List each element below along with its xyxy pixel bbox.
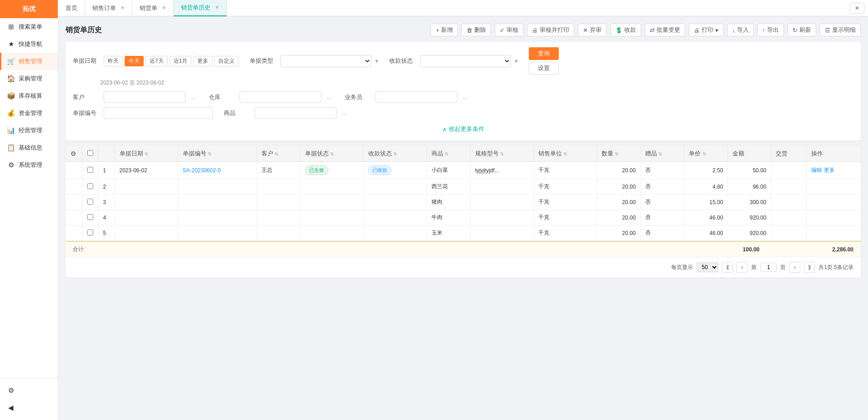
customer-column-header[interactable]: 客户 ⇅ <box>256 146 300 162</box>
add-label: 新增 <box>441 26 453 34</box>
filter-setting-button[interactable]: 设置 <box>529 62 559 75</box>
print-button[interactable]: 🖨打印 ▾ <box>689 24 723 36</box>
row-checkbox-0[interactable] <box>87 167 93 173</box>
warehouse-input[interactable] <box>240 91 321 103</box>
edit-action[interactable]: 编辑 <box>811 166 822 174</box>
goods-cell: 玉米 <box>426 225 470 241</box>
settings-cell <box>65 162 82 179</box>
collect-button[interactable]: 💲收款 <box>610 24 641 36</box>
tab-sales-goods[interactable]: 销货单✕ <box>132 0 174 16</box>
date-btn-custom[interactable]: 自定义 <box>214 56 239 66</box>
search-button[interactable]: 查询 <box>529 47 559 60</box>
doc-no-cell[interactable] <box>178 225 256 241</box>
sidebar-item-sales-mgmt[interactable]: 🛒销售管理 <box>0 53 58 70</box>
customer-input[interactable] <box>104 91 186 103</box>
salesperson-ellipsis[interactable]: ... <box>461 94 470 100</box>
doc-no-cell[interactable]: SA-20230602-0 <box>178 162 256 179</box>
gift-column-header[interactable]: 赠品 ⇅ <box>641 146 684 162</box>
sidebar-item-inventory[interactable]: 📦库存核算 <box>0 87 58 105</box>
row-checkbox-2[interactable] <box>87 199 93 205</box>
audit-print-button[interactable]: 🖨审核并打印 <box>527 24 574 36</box>
sidebar-item-finance[interactable]: 💰资金管理 <box>0 105 58 122</box>
doc-no-cell[interactable] <box>178 210 256 225</box>
last-page-button[interactable]: ⟫ <box>804 262 815 273</box>
salesperson-input[interactable] <box>376 91 457 103</box>
sidebar-item-sys-mgmt[interactable]: ⚙系统管理 <box>0 156 58 174</box>
price-column-header[interactable]: 单价 ⇅ <box>684 146 728 162</box>
prev-page-button[interactable]: ‹ <box>737 262 748 273</box>
doc-no-input[interactable] <box>104 107 213 119</box>
settings-icon[interactable]: ⚙ <box>70 150 77 157</box>
goods-ellipsis[interactable]: ... <box>340 110 349 116</box>
batch-change-button[interactable]: ⇄批量变更 <box>645 24 685 36</box>
close-window-button[interactable]: ✕ <box>850 3 864 14</box>
delete-button[interactable]: 🗑删除 <box>462 24 491 36</box>
tab-home[interactable]: 首页 <box>58 0 85 16</box>
sidebar-label-quick-nav: 快捷导航 <box>19 40 42 48</box>
sidebar-item-quick-nav[interactable]: ★快捷导航 <box>0 35 58 53</box>
customer-ellipsis[interactable]: ... <box>189 94 198 100</box>
sidebar-item-purchase-mgmt[interactable]: 🏠采购管理 <box>0 70 58 87</box>
settings-cell <box>65 195 82 210</box>
doc-status-column-header[interactable]: 单据状态 ⇅ <box>300 146 363 162</box>
collect-status-header-label: 收款状态 <box>368 150 392 157</box>
doc-no-cell[interactable] <box>178 179 256 195</box>
show-detail-button[interactable]: ☰显示明细 <box>820 24 861 36</box>
unit-column-header[interactable]: 销售单位 ⇅ <box>533 146 597 162</box>
filter-collapse[interactable]: ∧ 收起更多条件 <box>73 123 853 135</box>
date-btn-more[interactable]: 更多 <box>193 56 212 66</box>
row-checkbox-3[interactable] <box>87 214 93 220</box>
date-btn-1month[interactable]: 近1月 <box>170 56 192 66</box>
sidebar-item-basic-info[interactable]: 📋基础信息 <box>0 139 58 156</box>
goods-column-header[interactable]: 商品 ⇅ <box>426 146 470 162</box>
add-icon: + <box>436 27 439 34</box>
tab-close-sales-order[interactable]: ✕ <box>120 5 125 11</box>
add-button[interactable]: +新增 <box>431 24 458 36</box>
spec-column-header[interactable]: 规格型号 ⇅ <box>470 146 533 162</box>
page-number-input[interactable] <box>760 263 777 272</box>
row-checkbox-4[interactable] <box>87 230 93 235</box>
audit-button[interactable]: ✓审核 <box>495 24 523 36</box>
qty-column-header[interactable]: 数量 ⇅ <box>597 146 640 162</box>
warehouse-ellipsis[interactable]: ... <box>325 94 334 100</box>
select-all-checkbox[interactable] <box>87 150 93 156</box>
abandon-button[interactable]: ✕弃审 <box>578 24 607 36</box>
more-action[interactable]: 更多 <box>824 166 835 174</box>
next-page-button[interactable]: › <box>789 262 800 273</box>
sidebar-item-ops[interactable]: 📊经营管理 <box>0 122 58 139</box>
amount-column-header[interactable]: 金额 <box>728 146 771 162</box>
tab-sales-history[interactable]: 销货单历史✕ <box>174 0 227 16</box>
tab-close-sales-goods[interactable]: ✕ <box>162 5 166 11</box>
per-page-select[interactable]: 50 <box>697 262 718 272</box>
collect-status-cell <box>363 210 426 225</box>
doc-date-column-header[interactable]: 单据日期 ⇅ <box>115 146 178 162</box>
date-btn-yesterday[interactable]: 昨天 <box>104 56 123 66</box>
sidebar-item-search-menu[interactable]: ⊞搜索菜单 <box>0 18 58 35</box>
tab-sales-order[interactable]: 销售订单✕ <box>85 0 132 16</box>
refresh-button[interactable]: ↻刷新 <box>788 24 816 36</box>
settings-column-header[interactable]: ⚙ <box>65 146 82 162</box>
doc-type-select[interactable] <box>281 55 371 67</box>
first-page-button[interactable]: ⟪ <box>722 262 733 273</box>
export-button[interactable]: ↑导出 <box>758 24 784 36</box>
sidebar-item-settings[interactable]: ⚙ <box>0 382 58 399</box>
doc-no-column-header[interactable]: 单据编号 ⇅ <box>178 146 256 162</box>
date-btn-7days[interactable]: 近7天 <box>146 56 168 66</box>
doc-no-cell[interactable] <box>178 195 256 210</box>
table-scroll[interactable]: ⚙ 单据日期 ⇅ 单据编号 <box>65 146 861 241</box>
gift-header-label: 赠品 <box>645 150 657 157</box>
import-button[interactable]: ↓导入 <box>727 24 754 36</box>
transaction-column-header[interactable]: 交货 <box>771 146 806 162</box>
per-page-label: 每页显示 <box>671 264 693 271</box>
collect-status-cell <box>363 179 426 195</box>
collect-status-column-header[interactable]: 收款状态 ⇅ <box>363 146 426 162</box>
row-checkbox-1[interactable] <box>87 183 93 189</box>
tab-close-sales-history[interactable]: ✕ <box>215 5 219 10</box>
spec-cell <box>470 179 533 195</box>
sidebar-item-collapse[interactable]: ◀ <box>0 399 58 416</box>
doc-status-header-label: 单据状态 <box>305 150 329 157</box>
goods-input[interactable] <box>255 107 336 119</box>
collect-status-select[interactable] <box>420 55 511 67</box>
date-btn-today[interactable]: 今天 <box>125 56 144 66</box>
date-range-text: 2023-06-02 至 2023-06-02 <box>100 80 164 86</box>
